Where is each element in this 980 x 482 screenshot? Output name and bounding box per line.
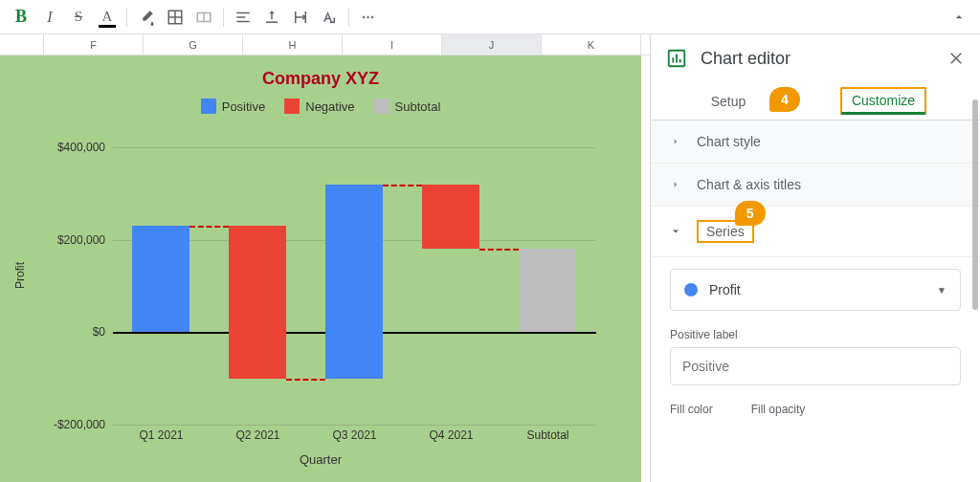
fill-color-button[interactable] [133, 4, 160, 31]
ytick: $0 [93, 325, 105, 339]
column-header[interactable]: K [542, 34, 641, 55]
merge-cells-button[interactable] [190, 4, 217, 31]
bold-button[interactable]: B [8, 4, 34, 31]
fill-opacity-label: Fill opacity [751, 403, 806, 416]
bar-positive [325, 185, 383, 379]
formatting-toolbar: B I S A ⋯ [0, 0, 980, 34]
editor-title: Chart editor [701, 49, 934, 69]
series-body: Profit ▼ Positive label Fill color Fill … [651, 257, 980, 426]
xtick: Q3 2021 [306, 428, 403, 442]
column-header[interactable]: I [343, 34, 442, 55]
horizontal-align-button[interactable] [230, 4, 256, 31]
legend-positive: Positive [222, 99, 266, 114]
close-button[interactable] [947, 50, 965, 67]
section-series[interactable]: Series 5 [651, 207, 980, 257]
chart-plot-area: $400,000 $200,000 $0 -$200,000 [113, 147, 596, 425]
bar-negative [422, 185, 479, 250]
column-header[interactable]: J [442, 34, 542, 55]
chart-title: Company XYZ [0, 55, 641, 89]
text-color-button[interactable]: A [94, 4, 121, 31]
legend-subtotal: Subtotal [395, 99, 441, 114]
column-header[interactable]: G [144, 34, 243, 55]
fill-color-label: Fill color [670, 403, 713, 416]
collapse-toolbar-button[interactable] [946, 4, 972, 31]
chevron-right-icon [670, 136, 681, 147]
positive-label-label: Positive label [670, 328, 961, 341]
italic-button[interactable]: I [36, 4, 63, 31]
ytick: -$200,000 [54, 418, 105, 431]
annotation-callout-4: 4 [769, 87, 800, 112]
text-wrap-button[interactable] [287, 4, 314, 31]
x-axis-label: Quarter [0, 452, 641, 467]
chart-legend: Positive Negative Subtotal [0, 99, 641, 114]
vertical-align-button[interactable] [258, 4, 285, 31]
chart-editor-panel: Chart editor Setup 4 Customize Chart sty… [650, 34, 980, 482]
chart-editor-icon [666, 48, 687, 69]
ytick: $400,000 [57, 141, 105, 154]
positive-label-input[interactable] [670, 347, 961, 385]
spreadsheet-area: F G H I J K Company XYZ Positive Negativ… [0, 34, 650, 482]
text-rotation-button[interactable] [316, 4, 343, 31]
column-headers: F G H I J K [0, 34, 650, 55]
embedded-chart[interactable]: Company XYZ Positive Negative Subtotal P… [0, 55, 641, 482]
series-color-dot [684, 283, 698, 296]
section-chart-axis-titles[interactable]: Chart & axis titles [651, 164, 980, 207]
ytick: $200,000 [57, 233, 105, 247]
legend-negative: Negative [305, 99, 354, 114]
bar-subtotal [519, 249, 576, 332]
series-select-dropdown[interactable]: Profit ▼ [670, 269, 961, 311]
xtick: Q1 2021 [113, 428, 210, 442]
tab-customize[interactable]: 4 Customize [806, 82, 961, 120]
series-selected-value: Profit [709, 282, 925, 297]
y-axis-label: Profit [13, 262, 27, 289]
chevron-down-icon [670, 226, 681, 237]
bar-negative [229, 226, 286, 379]
dropdown-triangle-icon: ▼ [937, 285, 947, 296]
column-header[interactable]: H [243, 34, 343, 55]
more-tools-button[interactable]: ⋯ [355, 4, 382, 31]
xtick: Q4 2021 [403, 428, 500, 442]
xtick: Subtotal [500, 428, 596, 442]
column-header[interactable]: F [44, 34, 144, 55]
borders-button[interactable] [162, 4, 189, 31]
section-chart-style[interactable]: Chart style [651, 120, 980, 164]
editor-scrollbar[interactable] [972, 99, 978, 472]
xtick: Q2 2021 [210, 428, 306, 442]
strikethrough-button[interactable]: S [65, 4, 92, 31]
bar-positive [132, 226, 189, 332]
annotation-callout-5: 5 [735, 201, 766, 226]
chevron-right-icon [670, 179, 681, 190]
